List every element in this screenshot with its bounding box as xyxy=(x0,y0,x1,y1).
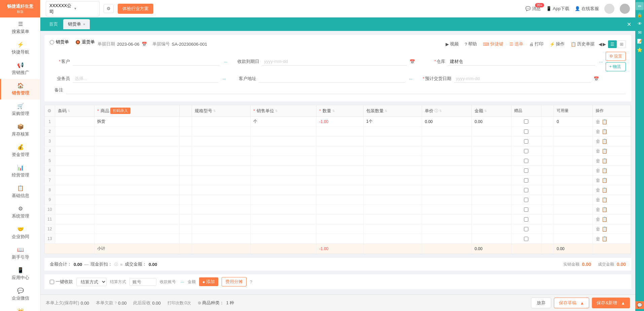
product-cell-4[interactable] xyxy=(94,146,180,156)
delete-icon-10[interactable]: 🗑 xyxy=(596,207,600,212)
delete-icon-6[interactable]: 🗑 xyxy=(596,168,600,173)
qty-cell-12[interactable] xyxy=(316,224,364,234)
delete-icon-3[interactable]: 🗑 xyxy=(596,139,600,144)
delete-icon-9[interactable]: 🗑 xyxy=(596,197,600,202)
pkg-qty-cell-9[interactable] xyxy=(363,195,422,205)
sidebar-item-inventory[interactable]: 📦 库存核算 xyxy=(0,120,40,141)
product-cell-11[interactable] xyxy=(94,215,180,224)
unit-cell-9[interactable] xyxy=(251,195,316,205)
amount-cell-9[interactable] xyxy=(472,195,512,205)
sidebar-item-operations[interactable]: 📊 经营管理 xyxy=(0,161,40,182)
qty-cell-13[interactable] xyxy=(316,234,364,244)
gift-cell-10[interactable] xyxy=(511,205,541,215)
trial-button[interactable]: 体验行业方案 xyxy=(118,4,153,14)
copy-icon-1[interactable]: 📋 xyxy=(602,119,607,124)
pkg-qty-cell-7[interactable] xyxy=(363,176,422,185)
price-cell-2[interactable] xyxy=(422,127,472,137)
right-sidebar-note[interactable]: 📝 xyxy=(636,37,644,45)
price-cell-11[interactable] xyxy=(422,215,472,224)
save-chevron-icon[interactable]: ▲ xyxy=(618,301,625,306)
copy-icon-7[interactable]: 📋 xyxy=(602,178,607,183)
barcode-cell-13[interactable] xyxy=(55,234,94,244)
sidebar-item-guide[interactable]: 📖 新手引导 xyxy=(0,243,40,264)
amount-cell-3[interactable] xyxy=(472,137,512,146)
pkg-qty-cell-3[interactable] xyxy=(363,137,422,146)
address-more-icon[interactable]: ··· xyxy=(409,76,413,81)
unit-cell-2[interactable] xyxy=(251,127,316,137)
product-cell-8[interactable] xyxy=(94,185,180,195)
gift-cell-1[interactable] xyxy=(511,117,541,127)
price-cell-7[interactable] xyxy=(422,176,472,185)
salesperson-more-icon[interactable]: ··· xyxy=(222,76,226,81)
delete-icon-12[interactable]: 🗑 xyxy=(596,226,600,232)
unit-cell-1[interactable]: 个 xyxy=(251,117,316,127)
copy-icon-3[interactable]: 📋 xyxy=(602,139,607,144)
amount-cell-1[interactable]: 0.00 xyxy=(472,117,512,127)
sidebar-item-sales[interactable]: 🏠 销售管理 xyxy=(0,79,40,100)
barcode-cell-11[interactable] xyxy=(55,215,94,224)
save-new-button[interactable]: 保存&新增 ▲ xyxy=(592,298,630,308)
product-cell-13[interactable] xyxy=(94,234,180,244)
spec-cell-7[interactable] xyxy=(192,176,250,185)
collection-calendar-icon[interactable]: 📅 xyxy=(410,59,415,64)
pkg-qty-cell-4[interactable] xyxy=(363,146,422,156)
amount-cell-10[interactable] xyxy=(472,205,512,215)
pkg-qty-cell-12[interactable] xyxy=(363,224,422,234)
qty-cell-5[interactable] xyxy=(316,156,364,166)
save-draft-button[interactable]: 保存草稿 ▲ xyxy=(554,298,590,308)
return-radio[interactable]: 退货单 xyxy=(76,39,95,45)
product-cell-12[interactable] xyxy=(94,224,180,234)
abandon-button[interactable]: 放弃 xyxy=(531,298,551,308)
product-cell-6[interactable] xyxy=(94,166,180,176)
delete-icon-13[interactable]: 🗑 xyxy=(596,236,600,241)
right-sidebar-mail[interactable]: ✉ xyxy=(636,28,644,36)
copy-icon-11[interactable]: 📋 xyxy=(602,217,607,222)
unit-cell-7[interactable] xyxy=(251,176,316,185)
right-sidebar-chat[interactable]: 💬 xyxy=(635,301,644,309)
warehouse-more-icon[interactable]: ··· xyxy=(599,59,603,64)
delete-icon-2[interactable]: 🗑 xyxy=(596,129,600,134)
logistics-side-btn[interactable]: + 物流 xyxy=(606,62,626,71)
one-key-payment-label[interactable]: 一键收款 xyxy=(50,279,73,285)
payment-method-select[interactable]: 结算方式 xyxy=(76,278,107,286)
pkg-qty-cell-8[interactable] xyxy=(363,185,422,195)
unit-cell-3[interactable] xyxy=(251,137,316,146)
sidebar-item-purchase[interactable]: 🛒 采购管理 xyxy=(0,100,40,120)
unit-cell-6[interactable] xyxy=(251,166,316,176)
unit-cell-12[interactable] xyxy=(251,224,316,234)
pkg-qty-cell-1[interactable]: 1个 xyxy=(363,117,422,127)
spec-cell-8[interactable] xyxy=(192,185,250,195)
copy-icon-2[interactable]: 📋 xyxy=(602,129,607,134)
spec-cell-10[interactable] xyxy=(192,205,250,215)
qty-cell-4[interactable] xyxy=(316,146,364,156)
tab-sales-order[interactable]: 销货单 × xyxy=(63,19,90,29)
right-sidebar-edit[interactable]: ✏ xyxy=(636,2,644,10)
select-btn[interactable]: ☰ 选单 xyxy=(507,40,525,48)
delete-icon-5[interactable]: 🗑 xyxy=(596,158,600,163)
sidebar-item-search[interactable]: ☰ 搜索菜单 xyxy=(0,17,40,38)
collection-input[interactable] xyxy=(262,57,407,66)
one-key-checkbox[interactable] xyxy=(50,280,54,284)
gift-cell-5[interactable] xyxy=(511,156,541,166)
qty-cell-3[interactable] xyxy=(316,137,364,146)
amount-cell-8[interactable] xyxy=(472,185,512,195)
product-cell-3[interactable] xyxy=(94,137,180,146)
unit-cell-11[interactable] xyxy=(251,215,316,224)
barcode-cell-8[interactable] xyxy=(55,185,94,195)
price-cell-6[interactable] xyxy=(422,166,472,176)
amount-cell-13[interactable] xyxy=(472,234,512,244)
gift-cell-2[interactable] xyxy=(511,127,541,137)
amount-cell-4[interactable] xyxy=(472,146,512,156)
app-download-btn[interactable]: 📱 App下载 xyxy=(546,6,569,12)
amount-cell-11[interactable] xyxy=(472,215,512,224)
gift-cell-11[interactable] xyxy=(511,215,541,224)
price-cell-4[interactable] xyxy=(422,146,472,156)
operate-btn[interactable]: ⚡ 操作 xyxy=(547,40,567,48)
spec-cell-6[interactable] xyxy=(192,166,250,176)
amount-cell-12[interactable] xyxy=(472,224,512,234)
product-cell-5[interactable] xyxy=(94,156,180,166)
unit-cell-13[interactable] xyxy=(251,234,316,244)
print-btn[interactable]: 🖨 打印 xyxy=(527,40,545,48)
th-gear[interactable]: ⚙ xyxy=(45,105,55,117)
barcode-cell-1[interactable] xyxy=(55,117,94,127)
